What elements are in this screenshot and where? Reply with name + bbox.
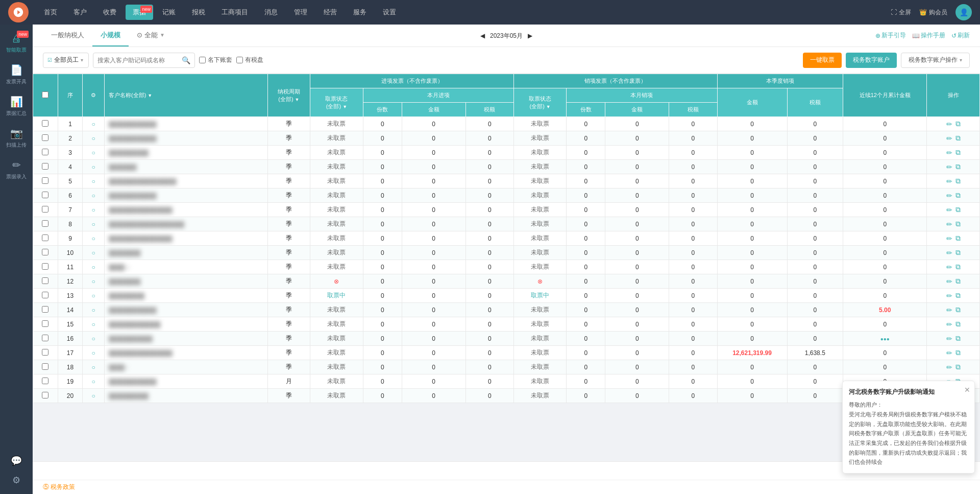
copy-icon[interactable]: ⧉ xyxy=(955,248,961,257)
edit-icon[interactable]: ✏ xyxy=(946,320,952,328)
row-settings[interactable]: ○ xyxy=(83,346,105,360)
row-checkbox[interactable] xyxy=(42,363,48,370)
row-checkbox[interactable] xyxy=(42,277,48,284)
search-icon[interactable]: 🔍 xyxy=(182,56,190,64)
copy-icon[interactable]: ⧉ xyxy=(955,291,961,300)
tax-policy-link[interactable]: ⑤ 税务政策 xyxy=(43,483,75,491)
nav-manage[interactable]: 管理 xyxy=(287,5,314,20)
th-client-name[interactable]: 客户名称(全部) ▼ xyxy=(104,74,267,117)
row-settings[interactable]: ○ xyxy=(83,360,105,374)
nav-business[interactable]: 工商项目 xyxy=(214,5,255,20)
row-checkbox[interactable] xyxy=(42,249,48,255)
user-avatar[interactable]: 👤 xyxy=(955,4,972,20)
row-checkbox[interactable] xyxy=(42,335,48,341)
digital-account-ops-button[interactable]: 税务数字账户操作 ▾ xyxy=(901,53,970,68)
copy-icon[interactable]: ⧉ xyxy=(955,220,961,228)
sidebar-item-scan[interactable]: 📷 扫描上传 xyxy=(2,123,31,153)
under-account-checkbox[interactable]: 名下账套 xyxy=(199,56,232,64)
nav-tax[interactable]: 报税 xyxy=(185,5,212,20)
manual-link[interactable]: 📖 操作手册 xyxy=(912,31,945,40)
nav-service[interactable]: 服务 xyxy=(346,5,374,20)
one-click-fetch-button[interactable]: 一键取票 xyxy=(803,53,842,68)
copy-icon[interactable]: ⧉ xyxy=(955,162,961,171)
digital-account-button[interactable]: 税务数字账户 xyxy=(846,53,897,68)
edit-icon[interactable]: ✏ xyxy=(946,177,952,185)
sidebar-item-smart-ticket[interactable]: 🖨 智能取票 new xyxy=(2,29,31,58)
th-settings[interactable]: ⚙ xyxy=(83,74,105,117)
sidebar-bottom-icon-1[interactable]: 💬 xyxy=(11,455,22,466)
row-settings[interactable]: ○ xyxy=(83,174,105,189)
row-settings[interactable]: ○ xyxy=(83,374,105,389)
fullscreen-button[interactable]: ⛶ 全屏 xyxy=(891,8,911,17)
edit-icon[interactable]: ✏ xyxy=(946,134,952,143)
month-next-button[interactable]: ▶ xyxy=(528,32,532,39)
nav-client[interactable]: 客户 xyxy=(66,5,94,20)
copy-icon[interactable]: ⧉ xyxy=(955,134,961,143)
edit-icon[interactable]: ✏ xyxy=(946,234,952,243)
row-checkbox[interactable] xyxy=(42,292,48,298)
edit-icon[interactable]: ✏ xyxy=(946,149,952,157)
row-settings[interactable]: ○ xyxy=(83,289,105,303)
nav-home[interactable]: 首页 xyxy=(37,5,64,20)
sidebar-item-open-invoice[interactable]: 📄 发票开具 xyxy=(2,60,31,89)
copy-icon[interactable]: ⧉ xyxy=(955,148,961,157)
has-tax-disk-checkbox[interactable]: 有税盘 xyxy=(236,56,263,64)
edit-icon[interactable]: ✏ xyxy=(946,349,952,357)
nav-accounting[interactable]: 记账 xyxy=(155,5,183,20)
edit-icon[interactable]: ✏ xyxy=(946,277,952,286)
edit-icon[interactable]: ✏ xyxy=(946,163,952,171)
row-settings[interactable]: ○ xyxy=(83,303,105,317)
edit-icon[interactable]: ✏ xyxy=(946,206,952,214)
copy-icon[interactable]: ⧉ xyxy=(955,205,961,214)
th-tax-period[interactable]: 纳税周期(全部) ▼ xyxy=(267,74,310,117)
copy-icon[interactable]: ⧉ xyxy=(955,263,961,271)
row-checkbox[interactable] xyxy=(42,177,48,184)
edit-icon[interactable]: ✏ xyxy=(946,306,952,314)
row-settings[interactable]: ○ xyxy=(83,246,105,260)
nav-fee[interactable]: 收费 xyxy=(96,5,124,20)
row-settings[interactable]: ○ xyxy=(83,389,105,403)
copy-icon[interactable]: ⧉ xyxy=(955,334,961,343)
search-input[interactable] xyxy=(97,57,182,64)
tab-small-scale[interactable]: 小规模 xyxy=(92,25,129,46)
edit-icon[interactable]: ✏ xyxy=(946,335,952,343)
row-checkbox[interactable] xyxy=(42,234,48,241)
copy-icon[interactable]: ⧉ xyxy=(955,120,961,128)
row-settings[interactable]: ○ xyxy=(83,117,105,131)
row-checkbox[interactable] xyxy=(42,134,48,141)
tab-general-taxpayer[interactable]: 一般纳税人 xyxy=(43,25,92,46)
month-prev-button[interactable]: ◀ xyxy=(480,32,485,39)
row-checkbox[interactable] xyxy=(42,349,48,356)
edit-icon[interactable]: ✏ xyxy=(946,249,952,257)
nav-message[interactable]: 消息 xyxy=(257,5,285,20)
nav-operation[interactable]: 经营 xyxy=(316,5,344,20)
member-button[interactable]: 👑 购会员 xyxy=(919,8,947,17)
row-settings[interactable]: ○ xyxy=(83,260,105,274)
tab-all[interactable]: ⊙ 全能 ▼ xyxy=(129,25,173,46)
row-settings[interactable]: ○ xyxy=(83,317,105,332)
copy-icon[interactable]: ⧉ xyxy=(955,277,961,286)
copy-icon[interactable]: ⧉ xyxy=(955,234,961,243)
th-in-ticket-status[interactable]: 取票状态(全部) ▼ xyxy=(310,88,363,117)
nav-settings[interactable]: 设置 xyxy=(376,5,403,20)
row-checkbox[interactable] xyxy=(42,263,48,270)
row-checkbox[interactable] xyxy=(42,206,48,213)
row-checkbox[interactable] xyxy=(42,163,48,170)
notification-close-button[interactable]: ✕ xyxy=(964,384,970,395)
row-settings[interactable]: ○ xyxy=(83,274,105,289)
row-settings[interactable]: ○ xyxy=(83,146,105,160)
edit-icon[interactable]: ✏ xyxy=(946,192,952,200)
row-settings[interactable]: ○ xyxy=(83,217,105,231)
row-settings[interactable]: ○ xyxy=(83,189,105,203)
row-checkbox[interactable] xyxy=(42,149,48,155)
row-settings[interactable]: ○ xyxy=(83,131,105,146)
row-checkbox[interactable] xyxy=(42,378,48,384)
new-guide-link[interactable]: ⊕ 新手引导 xyxy=(875,31,906,40)
copy-icon[interactable]: ⧉ xyxy=(955,363,961,371)
copy-icon[interactable]: ⧉ xyxy=(955,191,961,200)
sidebar-item-entry[interactable]: ✏ 票据录入 xyxy=(2,155,31,184)
row-checkbox[interactable] xyxy=(42,120,48,127)
row-settings[interactable]: ○ xyxy=(83,332,105,346)
refresh-link[interactable]: ↺ 刷新 xyxy=(951,31,970,40)
row-settings[interactable]: ○ xyxy=(83,231,105,246)
